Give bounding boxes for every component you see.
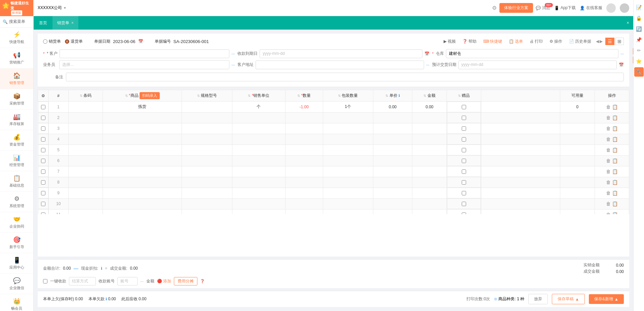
sidebar-item-purchase[interactable]: 📦 采购管理 — [0, 89, 33, 110]
cell-amount-6[interactable] — [412, 155, 447, 166]
cell-unit-8[interactable] — [232, 177, 285, 188]
cell-pkgqty-5[interactable] — [323, 145, 373, 155]
cell-amount-5[interactable] — [412, 145, 447, 155]
cell-amount-1[interactable]: 0.00 — [412, 102, 447, 113]
delete-row-icon-3[interactable]: 🗑 — [606, 126, 611, 131]
cell-spec-8[interactable] — [182, 177, 232, 188]
cell-spec-7[interactable] — [182, 166, 232, 177]
cell-goods-2[interactable] — [103, 112, 182, 123]
shortcut-btn[interactable]: ⌨ 快捷键 — [481, 38, 504, 45]
cell-spec-4[interactable] — [182, 134, 232, 145]
right-panel-pin-icon[interactable]: 📌 — [634, 35, 644, 44]
cell-checkbox-5[interactable] — [38, 145, 48, 155]
grid-view-btn[interactable]: ⊞ — [615, 38, 624, 45]
expected-date-calendar-icon[interactable]: 📅 — [619, 63, 624, 67]
cell-goods-5[interactable] — [103, 145, 182, 155]
cell-unit-2[interactable] — [232, 112, 285, 123]
cell-qty-10[interactable] — [286, 198, 323, 209]
cell-price-7[interactable] — [373, 166, 412, 177]
cell-barcode-4[interactable] — [68, 134, 103, 145]
addr-dots-icon[interactable]: ··· — [426, 63, 429, 67]
delete-row-icon-9[interactable]: 🗑 — [606, 190, 611, 196]
copy-row-icon-11[interactable]: 📋 — [612, 212, 618, 214]
cell-gift-2[interactable] — [447, 112, 481, 123]
sidebar-item-collab[interactable]: 🤝 企业协同 — [0, 212, 33, 233]
expected-date-input[interactable]: yyyy-mm-dd — [458, 61, 617, 69]
cell-spec-9[interactable] — [182, 188, 232, 198]
cell-amount-7[interactable] — [412, 166, 447, 177]
delete-row-icon-5[interactable]: 🗑 — [606, 147, 611, 153]
cell-checkbox-4[interactable] — [38, 134, 48, 145]
collection-input[interactable]: yyyy-mm-dd — [260, 49, 422, 58]
sidebar-item-inventory[interactable]: 🏭 库存核算 — [0, 110, 33, 130]
cell-qty-8[interactable] — [286, 177, 323, 188]
cell-unit-7[interactable] — [232, 166, 285, 177]
cell-goods-9[interactable] — [103, 188, 182, 198]
prev-page-icon[interactable]: ◀ — [596, 39, 599, 44]
cell-price-3[interactable] — [373, 123, 412, 134]
select-btn[interactable]: 📋 选单 — [507, 38, 525, 45]
cell-barcode-1[interactable] — [68, 102, 103, 113]
sidebar-item-marketing[interactable]: 📢 营销推广 — [0, 48, 33, 69]
print-btn[interactable]: 🖨 打印 — [528, 38, 545, 45]
salesperson-dots-icon[interactable]: ··· — [231, 63, 235, 67]
tab-close-all-button[interactable]: × — [622, 16, 633, 30]
copy-row-icon-10[interactable]: 📋 — [612, 201, 618, 206]
cell-unit-11[interactable] — [232, 209, 285, 214]
sidebar-item-apps[interactable]: 📱 应用中心 — [0, 253, 33, 274]
cell-gift-10[interactable] — [447, 198, 481, 209]
list-view-btn[interactable]: ☰ — [605, 38, 614, 45]
cell-pkgqty-7[interactable] — [323, 166, 373, 177]
cell-unit-6[interactable] — [232, 155, 285, 166]
cell-qty-4[interactable] — [286, 134, 323, 145]
sidebar-item-sales[interactable]: 🏠 销售管理 — [0, 69, 33, 89]
video-btn[interactable]: ▶ 视频 — [442, 38, 458, 45]
history-btn[interactable]: 📄 历史单据 — [567, 38, 593, 45]
right-panel-edit-icon[interactable]: 📝 — [634, 3, 644, 12]
cell-price-2[interactable] — [373, 112, 412, 123]
message-button[interactable]: 💬 消息 99+ — [536, 5, 550, 11]
customer-addr-input[interactable] — [256, 61, 424, 69]
cell-unit-10[interactable] — [232, 198, 285, 209]
sidebar-item-management[interactable]: 📊 经营管理 — [0, 151, 33, 171]
settlement-select[interactable]: 结算方式 — [69, 277, 96, 285]
cell-checkbox-8[interactable] — [38, 177, 48, 188]
sidebar-item-wechat[interactable]: 💬 企业微信 — [0, 274, 33, 294]
app-download-button[interactable]: 📱 App下载 — [554, 5, 576, 11]
cell-qty-7[interactable] — [286, 166, 323, 177]
right-panel-star-icon[interactable]: ⭐ — [634, 56, 644, 66]
cell-barcode-8[interactable] — [68, 177, 103, 188]
cell-spec-2[interactable] — [182, 112, 232, 123]
cell-price-4[interactable] — [373, 134, 412, 145]
cell-checkbox-9[interactable] — [38, 188, 48, 198]
tab-close-icon[interactable]: × — [71, 21, 74, 25]
right-panel-pencil-icon[interactable]: ✏ — [634, 46, 644, 55]
cell-barcode-6[interactable] — [68, 155, 103, 166]
cell-gift-6[interactable] — [447, 155, 481, 166]
cell-goods-11[interactable] — [103, 209, 182, 214]
cell-barcode-2[interactable] — [68, 112, 103, 123]
cell-goods-3[interactable] — [103, 123, 182, 134]
sidebar-item-quick[interactable]: ⚡ 快捷导航 — [0, 28, 33, 48]
cell-pkgqty-11[interactable] — [323, 209, 373, 214]
cell-unit-5[interactable] — [232, 145, 285, 155]
cell-goods-7[interactable] — [103, 166, 182, 177]
add-button[interactable]: 🔴 添加 — [157, 278, 171, 284]
user-avatar[interactable] — [606, 3, 616, 13]
right-panel-lock-icon[interactable]: 🔒 — [634, 13, 644, 23]
cell-spec-6[interactable] — [182, 155, 232, 166]
cell-pkgqty-6[interactable] — [323, 155, 373, 166]
copy-row-icon-1[interactable]: 📋 — [612, 104, 618, 110]
goods-type-icon[interactable]: ⊙ — [494, 297, 497, 301]
cell-goods-8[interactable] — [103, 177, 182, 188]
delete-row-icon-4[interactable]: 🗑 — [606, 137, 611, 142]
abandon-button[interactable]: 放弃 — [528, 294, 548, 304]
copy-row-icon-7[interactable]: 📋 — [612, 169, 618, 174]
logistics-button[interactable]: + 物流 — [633, 56, 634, 64]
delete-row-icon-1[interactable]: 🗑 — [606, 104, 611, 110]
cell-pkgqty-8[interactable] — [323, 177, 373, 188]
delete-row-icon-10[interactable]: 🗑 — [606, 201, 611, 206]
cell-qty-11[interactable] — [286, 209, 323, 214]
cell-checkbox-1[interactable] — [38, 102, 48, 112]
cell-spec-11[interactable] — [182, 209, 232, 214]
